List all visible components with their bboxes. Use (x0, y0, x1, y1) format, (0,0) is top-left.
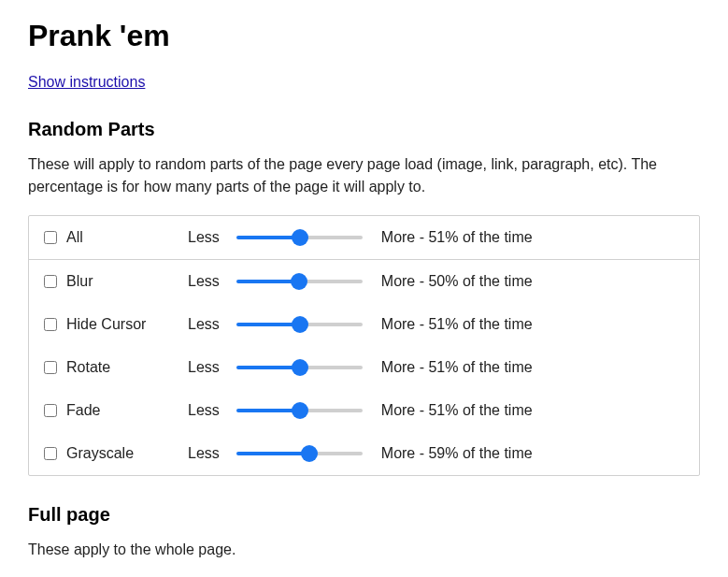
page-title: Prank 'em (28, 19, 700, 53)
option-row: FadeLessMore - 51% of the time (29, 389, 699, 432)
option-label: Hide Cursor (66, 316, 178, 333)
option-row: GrayscaleLessMore - 59% of the time (29, 432, 699, 475)
less-label: Less (188, 402, 220, 419)
option-row: AllLessMore - 51% of the time (29, 216, 699, 260)
option-row: RotateLessMore - 51% of the time (29, 346, 699, 389)
option-slider[interactable] (236, 236, 363, 239)
option-slider[interactable] (236, 452, 363, 455)
option-label: Grayscale (66, 445, 178, 462)
option-checkbox[interactable] (44, 404, 57, 417)
option-slider[interactable] (236, 280, 363, 283)
option-checkbox[interactable] (44, 275, 57, 288)
option-checkbox[interactable] (44, 231, 57, 244)
less-label: Less (188, 316, 220, 333)
option-checkbox[interactable] (44, 318, 57, 331)
less-label: Less (188, 229, 220, 246)
more-label: More - 59% of the time (381, 445, 533, 462)
option-checkbox[interactable] (44, 361, 57, 374)
full-page-description: These apply to the whole page. (28, 539, 700, 561)
more-label: More - 51% of the time (381, 316, 533, 333)
less-label: Less (188, 445, 220, 462)
option-slider[interactable] (236, 409, 363, 412)
option-checkbox[interactable] (44, 447, 57, 460)
random-parts-options-box: AllLessMore - 51% of the timeBlurLessMor… (28, 215, 700, 476)
more-label: More - 51% of the time (381, 359, 533, 376)
more-label: More - 51% of the time (381, 402, 533, 419)
option-label: Fade (66, 402, 178, 419)
option-row: BlurLessMore - 50% of the time (29, 260, 699, 303)
option-slider[interactable] (236, 366, 363, 369)
more-label: More - 50% of the time (381, 273, 533, 290)
less-label: Less (188, 359, 220, 376)
full-page-heading: Full page (28, 504, 700, 526)
less-label: Less (188, 273, 220, 290)
option-slider[interactable] (236, 323, 363, 326)
show-instructions-link[interactable]: Show instructions (28, 74, 145, 91)
option-label: Blur (66, 273, 178, 290)
random-parts-description: These will apply to random parts of the … (28, 153, 700, 198)
option-label: All (66, 229, 178, 246)
option-row: Hide CursorLessMore - 51% of the time (29, 303, 699, 346)
random-parts-heading: Random Parts (28, 119, 700, 140)
option-label: Rotate (66, 359, 178, 376)
more-label: More - 51% of the time (381, 229, 533, 246)
